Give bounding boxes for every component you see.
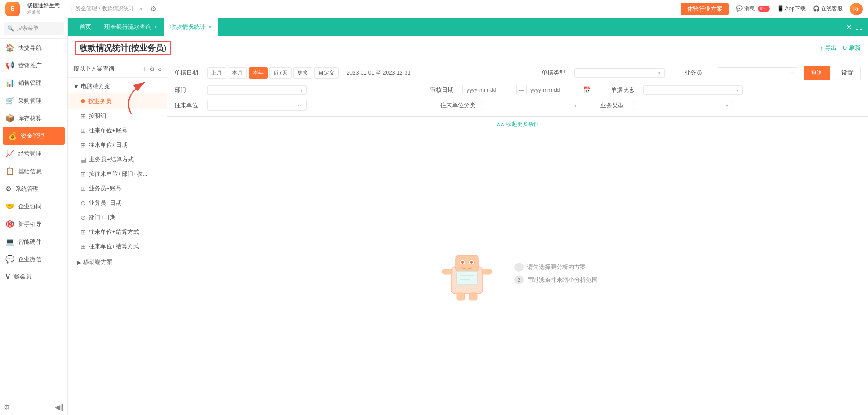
- sidebar-item-purchase[interactable]: 🛒 采购管理: [0, 92, 67, 109]
- sidebar-settings-button[interactable]: ⚙: [4, 403, 10, 411]
- sidebar-item-operations[interactable]: 📈 经营管理: [0, 145, 67, 162]
- scheme-partner-settlement2-icon: ⊞: [80, 243, 86, 250]
- sidebar-item-basic-info[interactable]: 📋 基础信息: [0, 162, 67, 180]
- sidebar-item-finance[interactable]: 💰 资金管理: [3, 127, 65, 145]
- top-header: 6 畅捷通好生意 标准版 | 资金管理 / 收款情况统计 ▾ ⚙ 体验行业方案 …: [0, 0, 868, 18]
- business-type-chevron-icon: ▾: [726, 103, 728, 108]
- empty-illustration: [438, 244, 496, 303]
- partner-select[interactable]: ···: [207, 100, 307, 111]
- scheme-item-salesperson-settlement[interactable]: ▦ 业务员+结算方式: [68, 152, 167, 167]
- date-btn-7days[interactable]: 近7天: [269, 67, 292, 79]
- operations-icon: 📈: [5, 149, 14, 158]
- notification-area: 💬 消息 99+ 📱 App下载 🎧 在线客服 Rit: [736, 3, 863, 15]
- tab-collection-stats-close[interactable]: ×: [208, 24, 212, 30]
- scheme-item-partner-settlement1[interactable]: ⊞ 往来单位+结算方式: [68, 225, 167, 239]
- filter-actions: 查询 设置: [804, 66, 861, 80]
- doc-status-select[interactable]: ▾: [643, 85, 743, 95]
- sidebar-item-guide[interactable]: 🎯 新手引导: [0, 215, 67, 233]
- app-download-btn[interactable]: 📱 App下载: [777, 5, 806, 13]
- add-scheme-button[interactable]: +: [143, 65, 146, 72]
- sidebar-item-member[interactable]: V 畅会员: [0, 268, 67, 285]
- left-panel-actions: + ⚙ «: [143, 65, 161, 72]
- scheme-item-dept-date[interactable]: ⊙ 部门+日期: [68, 210, 167, 225]
- left-panel-header: 按以下方案查询 + ⚙ «: [68, 60, 167, 78]
- dept-select[interactable]: ▾: [207, 85, 307, 95]
- query-button[interactable]: 查询: [804, 66, 830, 80]
- review-date-end[interactable]: [526, 85, 580, 95]
- export-button[interactable]: ↑ 导出: [821, 44, 837, 52]
- tab-home[interactable]: 首页: [73, 18, 98, 36]
- scheme-item-partner-date[interactable]: ⊞ 往来单位+日期: [68, 138, 167, 152]
- mobile-scheme-group[interactable]: ▶ 移动端方案: [68, 255, 167, 269]
- trial-button[interactable]: 体验行业方案: [681, 3, 729, 15]
- sidebar-item-sales[interactable]: 📊 销售管理: [0, 74, 67, 92]
- desktop-group-title[interactable]: ▼ 电脑端方案: [68, 80, 167, 93]
- salesperson-more-icon[interactable]: ···: [790, 70, 794, 76]
- maximize-button[interactable]: ⛶: [855, 23, 863, 32]
- online-service-btn[interactable]: 🎧 在线客服: [813, 5, 843, 13]
- refresh-button[interactable]: ↻ 刷新: [842, 44, 861, 52]
- date-btn-this-month[interactable]: 本月: [228, 67, 247, 79]
- basic-info-icon: 📋: [5, 167, 14, 175]
- scheme-item-partner-account[interactable]: ⊞ 往来单位+账号: [68, 123, 167, 138]
- filter-area: 单据日期 上月 本月 本年 近7天 更多 自定义 2023-01-01 至 20…: [167, 60, 868, 117]
- salesperson-select[interactable]: ···: [717, 67, 798, 78]
- sidebar-item-smart-hardware[interactable]: 💻 智能硬件: [0, 233, 67, 250]
- scheme-item-partner-settlement2[interactable]: ⊞ 往来单位+结算方式: [68, 239, 167, 254]
- doc-status-chevron-icon: ▾: [736, 88, 739, 93]
- date-btn-last-month[interactable]: 上月: [207, 67, 226, 79]
- empty-instructions: 1 请先选择要分析的方案 2 用过滤条件来缩小分析范围: [514, 263, 598, 284]
- enterprise-icon: 🤝: [5, 202, 14, 211]
- partner-category-select[interactable]: ▾: [481, 101, 580, 110]
- business-type-label: 业务类型: [600, 101, 627, 109]
- smart-hardware-icon: 💻: [5, 237, 14, 246]
- header-right: 体验行业方案 💬 消息 99+ 📱 App下载 🎧 在线客服 Rit: [681, 3, 863, 15]
- export-icon: ↑: [821, 45, 824, 52]
- partner-category-label: 往来单位分类: [440, 101, 476, 109]
- sidebar-item-system[interactable]: ⚙ 系统管理: [0, 180, 67, 198]
- business-type-select[interactable]: ▾: [633, 101, 732, 110]
- sidebar-item-marketing[interactable]: 📢 营销推广: [0, 57, 67, 74]
- close-tab-button[interactable]: ✕: [846, 23, 852, 32]
- scheme-item-partner-dept-collection[interactable]: ⊞ 按往来单位+部门+收...: [68, 167, 167, 181]
- scheme-salesperson-date-icon: ⊙: [80, 199, 86, 207]
- logo-text: 畅捷通好生意 标准版: [27, 2, 60, 15]
- review-date-start[interactable]: [462, 85, 517, 95]
- sidebar-item-quick-nav[interactable]: 🏠 快捷导航: [0, 39, 67, 57]
- scheme-settings-button[interactable]: ⚙: [149, 65, 155, 72]
- breadcrumb-expand[interactable]: ▾: [140, 5, 143, 12]
- scheme-item-salesperson-account[interactable]: ⊞ 业务员+账号: [68, 181, 167, 196]
- tab-bank-flow[interactable]: 现金银行流水查询 ×: [98, 18, 164, 36]
- scheme-salesperson-settlement-icon: ▦: [80, 156, 86, 163]
- sidebar-item-enterprise[interactable]: 🤝 企业协同: [0, 198, 67, 215]
- date-btn-custom[interactable]: 自定义: [314, 67, 339, 79]
- calendar-icon[interactable]: 📅: [583, 86, 591, 94]
- sidebar-item-inventory[interactable]: 📦 库存核算: [0, 109, 67, 127]
- doc-type-select[interactable]: ▾: [574, 68, 665, 78]
- tab-collection-stats[interactable]: 收款情况统计 ×: [164, 18, 218, 36]
- sidebar-collapse-button[interactable]: ◀‖: [55, 403, 64, 411]
- left-panel: 按以下方案查询 + ⚙ «: [68, 60, 167, 415]
- empty-state: 1 请先选择要分析的方案 2 用过滤条件来缩小分析范围: [438, 244, 598, 303]
- filter-settings-button[interactable]: 设置: [834, 66, 861, 80]
- date-label: 单据日期: [175, 69, 202, 77]
- tab-bank-flow-close[interactable]: ×: [154, 24, 157, 30]
- date-btn-this-year[interactable]: 本年: [249, 67, 268, 79]
- sidebar-item-wechat[interactable]: 💬 企业微信: [0, 250, 67, 268]
- active-scheme-icon: ●: [80, 96, 85, 106]
- scheme-item-salesperson-date[interactable]: ⊙ 业务员+日期: [68, 196, 167, 210]
- user-avatar[interactable]: Rit: [850, 3, 863, 15]
- breadcrumb: 资金管理 / 收款情况统计: [75, 5, 134, 13]
- sidebar-search-area: 🔍 搜索菜单: [0, 18, 67, 39]
- settings-icon[interactable]: ⚙: [150, 5, 156, 13]
- svg-rect-10: [457, 293, 465, 300]
- date-btn-more[interactable]: 更多: [293, 67, 312, 79]
- scheme-item-by-salesperson[interactable]: ● 按业务员: [68, 93, 167, 109]
- review-date-label: 审核日期: [430, 86, 457, 94]
- collapse-bar[interactable]: ∧∧ 收起更多条件: [167, 117, 868, 132]
- search-menu-button[interactable]: 🔍 搜索菜单: [4, 22, 64, 35]
- messages-btn[interactable]: 💬 消息 99+: [736, 5, 770, 13]
- collapse-left-panel-button[interactable]: «: [158, 65, 161, 72]
- partner-more-icon[interactable]: ···: [298, 102, 302, 108]
- scheme-item-by-detail[interactable]: ⊞ 按明细: [68, 109, 167, 123]
